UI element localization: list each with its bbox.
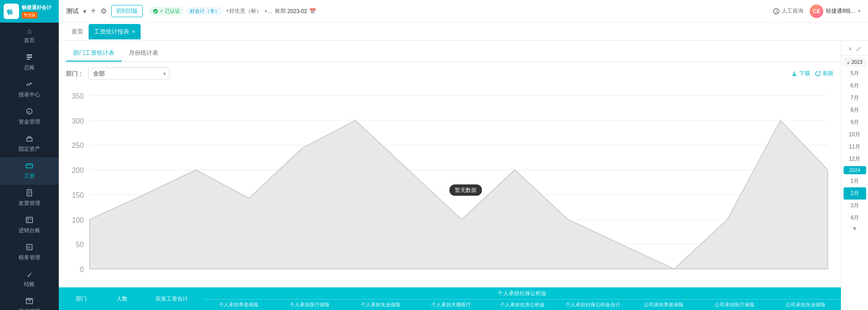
sidebar-item-purchases[interactable]: 进销台账 <box>0 212 59 239</box>
svg-text:0: 0 <box>80 266 84 273</box>
sidebar-item-settlement[interactable]: ✓ 结账 <box>0 266 59 293</box>
dept-select-wrapper: 全部 财务部 人事部 销售部 技术部 ▾ <box>88 67 170 80</box>
month-8[interactable]: 8月 <box>844 104 866 116</box>
col-personal-total: 个人承担社保公积金合计 <box>557 300 628 310</box>
salary-icon <box>26 162 33 171</box>
home-icon: ⌂ <box>27 27 32 35</box>
svg-text:150: 150 <box>72 191 84 199</box>
sidebar-item-funds[interactable]: ¥ 资金管理 <box>0 103 59 130</box>
col-company-unemployment: 公司承担失业保险 <box>770 300 841 310</box>
more-tag: +... <box>264 8 272 14</box>
tab-bar: 首页 工资统计报表 × <box>59 23 868 41</box>
user-dropdown-icon: ▾ <box>858 8 861 14</box>
col-personal-serious-illness: 个人承担大额医疗 <box>416 300 487 310</box>
sidebar-item-salary[interactable]: 工资 <box>0 157 59 185</box>
sidebar-item-assets[interactable]: 固定资产 <box>0 130 59 157</box>
col-personal-unemployment: 个人承担失业保险 <box>345 300 416 310</box>
col-group-personal: 个人承担社保公积金 个人承担养老保险 个人承担医疗保险 个人承担失业保险 个人承… <box>203 288 841 310</box>
tab-close-btn[interactable]: × <box>132 29 135 35</box>
purchases-icon <box>26 216 33 225</box>
sidebar-item-tax[interactable]: 税 税务管理 <box>0 239 59 266</box>
month-11[interactable]: 11月 <box>844 141 866 153</box>
main-area: 测试 ▾ + ⚙ 切到旧版 ✓ 已认证 好会计（专） +好生意（标） +... … <box>59 0 868 310</box>
panel-scroll-down-btn[interactable]: ▼ <box>851 224 859 233</box>
header-settings-btn[interactable]: ⚙ <box>100 7 107 15</box>
svg-rect-14 <box>26 217 33 223</box>
toolbar: 部门： 全部 财务部 人事部 销售部 技术部 ▾ <box>59 62 841 85</box>
month-1-2024[interactable]: 1月 <box>844 175 866 187</box>
year-2023-item[interactable]: ▲ 2023 <box>844 57 866 67</box>
calendar-icon[interactable]: 📅 <box>309 8 316 14</box>
good-acct-tag: 好会计（专） <box>186 7 223 15</box>
month-12[interactable]: 12月 <box>844 153 866 165</box>
archive-icon <box>26 297 33 306</box>
svg-rect-4 <box>27 59 30 60</box>
col-company-pension: 公司承担养老保险 <box>628 300 699 310</box>
sidebar: 畅 畅捷通好会计 专业版 ⌂ 首页 总账 报表中心 ¥ <box>0 0 59 310</box>
certified-tag: ✓ 已认证 <box>149 7 184 15</box>
table-header: 部门 人数 应发工资合计 个人承担社保公积金 个人承担养老保险 个人承担医疗保险… <box>59 287 841 310</box>
month-10[interactable]: 10月 <box>844 129 866 141</box>
salary-chart: 350 300 250 200 150 100 50 0 <box>66 90 834 283</box>
sidebar-item-ledger[interactable]: 总账 <box>0 49 59 76</box>
month-4-2024[interactable]: 4月 <box>844 212 866 224</box>
tab-home[interactable]: 首页 <box>66 24 89 39</box>
tab-salary-report[interactable]: 工资统计报表 × <box>89 24 141 39</box>
month-9[interactable]: 9月 <box>844 116 866 129</box>
year-2024-item[interactable]: 2024 <box>844 166 866 174</box>
month-6[interactable]: 6月 <box>844 80 866 92</box>
chart-tooltip: 暂无数据 <box>449 185 482 196</box>
invoice-icon <box>26 189 33 198</box>
month-5[interactable]: 5月 <box>844 67 866 80</box>
dept-select[interactable]: 全部 财务部 人事部 销售部 技术部 <box>88 67 170 80</box>
project-name: 测试 <box>66 7 79 15</box>
sidebar-item-invoice[interactable]: 发票管理 <box>0 185 59 212</box>
col-group-cells: 个人承担养老保险 个人承担医疗保险 个人承担失业保险 个人承担大额医疗 个人承担… <box>203 300 841 310</box>
user-menu[interactable]: CE 轻捷通8组... ▾ <box>810 5 861 18</box>
col-personal-housing-fund: 个人承担住房公积金 <box>487 300 558 310</box>
add-project-btn[interactable]: + <box>91 6 96 16</box>
sub-tab-month[interactable]: 月份统计表 <box>122 45 165 62</box>
ledger-icon <box>26 53 33 62</box>
consult-btn[interactable]: 人 人工咨询 <box>773 7 803 15</box>
col-dept: 部门 <box>59 293 104 305</box>
month-7[interactable]: 7月 <box>844 92 866 104</box>
panel-expand-btn[interactable]: ⤢ <box>856 45 861 52</box>
toolbar-left: 部门： 全部 财务部 人事部 销售部 技术部 ▾ <box>66 67 170 80</box>
svg-rect-2 <box>27 54 32 56</box>
col-total-salary: 应发工资合计 <box>140 293 203 305</box>
refresh-btn[interactable]: 刷新 <box>815 70 834 77</box>
svg-rect-8 <box>26 164 33 168</box>
sidebar-item-archive[interactable]: 归档管理 <box>0 293 59 310</box>
sub-tab-dept[interactable]: 部门工资统计表 <box>66 45 122 62</box>
col-personal-pension: 个人承担养老保险 <box>203 300 274 310</box>
svg-text:税: 税 <box>28 246 31 249</box>
svg-text:200: 200 <box>72 167 84 174</box>
dept-label: 部门： <box>66 70 84 78</box>
reports-icon <box>26 81 33 90</box>
panel-close-btn[interactable]: × <box>848 45 852 52</box>
sidebar-logo: 畅 畅捷通好会计 专业版 <box>0 0 59 23</box>
month-2-2024[interactable]: 2月 <box>844 187 866 200</box>
download-btn[interactable]: 下载 <box>791 70 810 77</box>
col-personal-medical: 个人承担医疗保险 <box>274 300 345 310</box>
svg-text:100: 100 <box>72 216 84 224</box>
month-3-2024[interactable]: 3月 <box>844 200 866 212</box>
col-company-medical: 公司承担医疗保险 <box>699 300 770 310</box>
user-name: 轻捷通8组... <box>826 7 855 15</box>
header-tags: ✓ 已认证 好会计（专） +好生意（标） +... 账期 2023-02 📅 <box>149 7 769 15</box>
logo-text: 畅捷通好会计 专业版 <box>22 4 52 19</box>
switch-old-btn[interactable]: 切到旧版 <box>111 5 143 17</box>
sidebar-item-home[interactable]: ⌂ 首页 <box>0 23 59 49</box>
svg-text:50: 50 <box>76 241 84 248</box>
period-tag: 账期 2023-02 📅 <box>275 7 316 15</box>
sidebar-item-reports[interactable]: 报表中心 <box>0 76 59 103</box>
good-biz-tag: +好生意（标） <box>226 7 262 15</box>
tax-icon: 税 <box>26 243 33 253</box>
svg-text:250: 250 <box>72 142 84 149</box>
project-dropdown-btn[interactable]: ▾ <box>83 8 86 15</box>
svg-text:350: 350 <box>72 92 84 100</box>
assets-icon <box>26 135 33 144</box>
settlement-icon: ✓ <box>27 271 33 279</box>
page-main: 部门工资统计表 月份统计表 部门： 全部 财务部 人事部 销售部 <box>59 41 841 310</box>
